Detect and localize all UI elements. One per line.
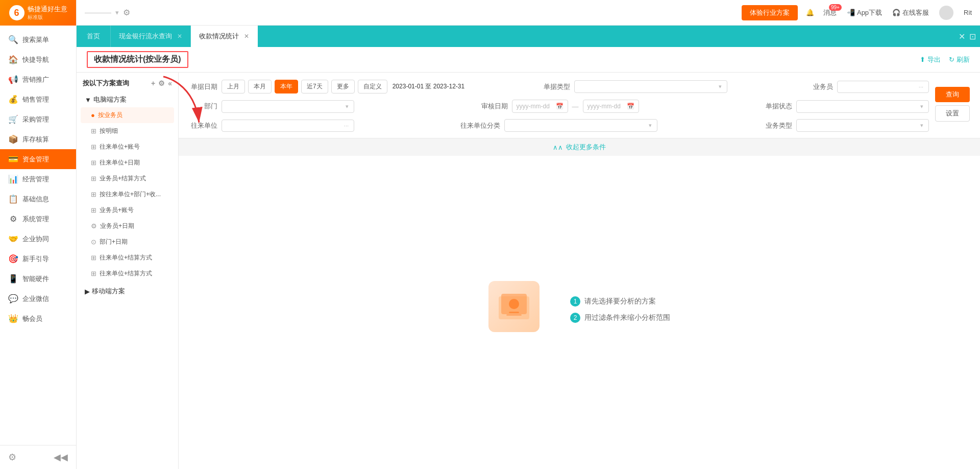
cal-to-icon[interactable]: 📅 <box>627 103 634 110</box>
mobile-group-label: 移动端方案 <box>92 287 125 296</box>
settings-icon[interactable]: ⚙ <box>123 8 130 17</box>
date-tab-7days[interactable]: 近7天 <box>301 80 328 93</box>
sidebar-item-hardware[interactable]: 📱 智能硬件 <box>0 269 76 289</box>
svg-rect-3 <box>509 312 519 313</box>
add-scheme-icon[interactable]: + <box>151 79 155 87</box>
sidebar-nav: 🔍 搜索菜单 🏠 快捷导航 📢 营销推广 💰 销售管理 🛒 采购管理 📦 库存核… <box>0 26 76 445</box>
biz-type-select[interactable]: ▾ <box>796 119 929 132</box>
hint-num-1: 1 <box>570 296 580 307</box>
scheme-item-partner-payment1[interactable]: ⊞ 往来单位+结算方式 <box>81 250 174 266</box>
scheme-item-partner-payment2[interactable]: ⊞ 往来单位+结算方式 <box>81 266 174 282</box>
tab-home[interactable]: 首页 <box>77 26 111 47</box>
scheme-item-label: 往来单位+结算方式 <box>100 253 152 262</box>
trial-button[interactable]: 体验行业方案 <box>742 5 798 20</box>
scheme-item-salesman-payment[interactable]: ⊞ 业务员+结算方式 <box>81 171 174 186</box>
settings-bottom-icon[interactable]: ⚙ <box>8 452 16 463</box>
sidebar-item-sales[interactable]: 💰 销售管理 <box>0 89 76 109</box>
logo-area: 6 畅捷通好生意 标准版 <box>0 0 76 26</box>
collapse-panel-icon[interactable]: « <box>168 79 172 87</box>
scheme-item-partner-account[interactable]: ⊞ 往来单位+账号 <box>81 139 174 155</box>
sidebar: 6 畅捷通好生意 标准版 🔍 搜索菜单 🏠 快捷导航 📢 营销推广 💰 销售管理… <box>0 0 77 469</box>
sidebar-item-wechat[interactable]: 💬 企业微信 <box>0 289 76 309</box>
sidebar-item-finance[interactable]: 💳 资金管理 <box>0 149 76 169</box>
sidebar-item-label: 畅会员 <box>22 314 42 323</box>
date-tab-this-month[interactable]: 本月 <box>248 80 272 93</box>
scheme-item-salesman-acct[interactable]: ⊞ 业务员+账号 <box>81 202 174 218</box>
date-tab-this-year[interactable]: 本年 <box>275 80 298 93</box>
scheme-item-label: 业务员+日期 <box>100 222 134 230</box>
hint-num-2: 2 <box>570 313 580 323</box>
close-window-icon[interactable]: ✕ <box>959 32 965 41</box>
partner-select[interactable]: ··· <box>222 120 354 132</box>
scheme-settings-icon[interactable]: ⚙ <box>158 79 165 87</box>
scheme-item-detail[interactable]: ⊞ 按明细 <box>81 123 174 139</box>
scheme-group-mobile-title[interactable]: ▶ 移动端方案 <box>81 284 174 299</box>
collapse-bar[interactable]: ∧∧ 收起更多条件 <box>179 138 980 156</box>
collapse-sidebar-icon[interactable]: ◀◀ <box>54 452 68 463</box>
sidebar-item-purchase[interactable]: 🛒 采购管理 <box>0 109 76 129</box>
sidebar-item-inventory[interactable]: 📦 库存核算 <box>0 129 76 149</box>
scheme-group-desktop: ▼ 电脑端方案 ● 按业务员 ⊞ 按明细 ⊞ 往来单位+账号 ⊞ 往来单位+ <box>77 92 178 282</box>
query-button[interactable]: 查询 <box>935 87 970 102</box>
date-tab-more[interactable]: 更多 <box>331 80 355 93</box>
partner-dots[interactable]: ··· <box>344 123 349 129</box>
refresh-button[interactable]: ↻ 刷新 <box>949 55 970 64</box>
sidebar-item-label: 系统管理 <box>22 215 49 224</box>
sales-icon: 💰 <box>8 95 18 104</box>
sidebar-item-member[interactable]: 👑 畅会员 <box>0 309 76 329</box>
voucher-status-label: 单据状态 <box>764 102 792 111</box>
voucher-type-select[interactable]: ▾ <box>574 80 727 93</box>
scheme-item-salesman-date[interactable]: ⚙ 业务员+日期 <box>81 218 174 234</box>
tab-receipt-stats-close[interactable]: ✕ <box>244 33 249 40</box>
tab-bank-flow[interactable]: 现金银行流水查询 ✕ <box>111 26 191 47</box>
user-name: Rit <box>964 9 972 16</box>
member-icon: 👑 <box>8 314 18 323</box>
home-icon: 🏠 <box>8 55 18 64</box>
scheme-item-partner-dept[interactable]: ⊞ 按往来单位+部门+收... <box>81 186 174 202</box>
dropdown-icon[interactable]: ▾ <box>115 9 119 16</box>
maximize-icon[interactable]: ⊡ <box>969 32 976 41</box>
sidebar-item-search[interactable]: 🔍 搜索菜单 <box>0 30 76 50</box>
dept-select[interactable]: ▾ <box>222 100 354 113</box>
finance-icon: 💳 <box>8 154 18 164</box>
sidebar-item-marketing[interactable]: 📢 营销推广 <box>0 69 76 89</box>
sidebar-item-operations[interactable]: 📊 经营管理 <box>0 169 76 189</box>
tab-receipt-stats-label: 收款情况统计 <box>199 32 239 41</box>
scheme-item-dept-date[interactable]: ⊙ 部门+日期 <box>81 234 174 250</box>
expand-arrow-icon: ▼ <box>85 96 91 104</box>
sidebar-item-label: 快捷导航 <box>22 55 49 64</box>
date-tab-custom[interactable]: 自定义 <box>358 80 387 93</box>
settings-button[interactable]: 设置 <box>935 105 970 122</box>
online-service-button[interactable]: 🎧 在线客服 <box>892 8 929 17</box>
cal-from-icon[interactable]: 📅 <box>556 103 564 110</box>
sidebar-item-system[interactable]: ⚙ 系统管理 <box>0 209 76 229</box>
sidebar-item-basic-info[interactable]: 📋 基础信息 <box>0 189 76 209</box>
sidebar-item-enterprise[interactable]: 🤝 企业协同 <box>0 229 76 249</box>
refresh-icon: ↻ <box>949 56 954 63</box>
tab-bank-flow-close[interactable]: ✕ <box>177 33 182 40</box>
date-tab-last-month[interactable]: 上月 <box>222 80 245 93</box>
review-date-from[interactable]: yyyy-mm-dd 📅 <box>512 100 568 113</box>
scheme-group-desktop-title[interactable]: ▼ 电脑端方案 <box>81 92 174 107</box>
sidebar-item-label: 企业协同 <box>22 235 49 244</box>
app-download-button[interactable]: 📲 App下载 <box>847 8 882 17</box>
partner-category-select[interactable]: ▾ <box>504 119 657 132</box>
message-button[interactable]: 🔔 99+ 消息 <box>806 8 837 17</box>
review-date-to[interactable]: yyyy-mm-dd 📅 <box>583 100 639 113</box>
page-title-box: 收款情况统计(按业务员) <box>87 51 188 68</box>
scheme-item-partner-date[interactable]: ⊞ 往来单位+日期 <box>81 155 174 171</box>
export-button[interactable]: ⬆ 导出 <box>920 55 941 64</box>
sidebar-item-guide[interactable]: 🎯 新手引导 <box>0 249 76 269</box>
hint-text-1: 请先选择要分析的方案 <box>584 297 656 306</box>
mobile-expand-icon: ▶ <box>85 288 90 295</box>
salesman-select[interactable]: ··· <box>837 81 929 93</box>
scheme-item-by-salesman[interactable]: ● 按业务员 <box>81 107 174 123</box>
voucher-status-select[interactable]: ▾ <box>796 100 929 113</box>
avatar[interactable] <box>939 6 953 20</box>
tab-receipt-stats[interactable]: 收款情况统计 ✕ <box>191 26 258 47</box>
salesman-payment-icon: ⊞ <box>91 175 96 182</box>
sidebar-item-nav[interactable]: 🏠 快捷导航 <box>0 50 76 69</box>
page-header: 收款情况统计(按业务员) ⬆ 导出 ↻ 刷新 <box>77 47 980 73</box>
scheme-item-label: 往来单位+结算方式 <box>100 269 152 278</box>
download-label: App下载 <box>857 8 882 17</box>
